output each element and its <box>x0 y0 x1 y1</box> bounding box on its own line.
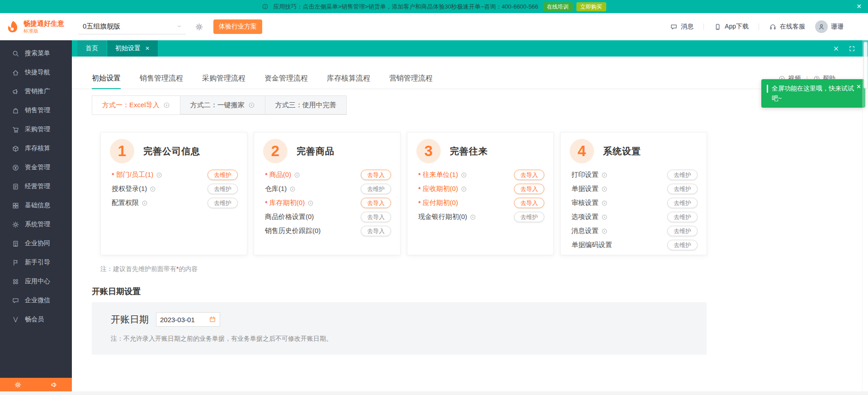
sidebar-item-basic-info[interactable]: 基础信息 <box>0 196 72 215</box>
method-tab-one-key-move[interactable]: 方式二：一键搬家 <box>180 95 265 114</box>
sidebar-item-label: 畅会员 <box>25 315 44 324</box>
play-video-icon[interactable] <box>150 186 156 192</box>
sidebar-item-operations[interactable]: 经营管理 <box>0 177 72 196</box>
chevron-down-icon <box>176 24 182 29</box>
card-action-button[interactable]: 去维护 <box>667 226 698 236</box>
divider <box>759 24 759 30</box>
tab-close-icon[interactable]: ✕ <box>145 45 150 52</box>
card-item-label: 商品价格设置(0) <box>265 213 314 221</box>
play-video-icon[interactable] <box>601 186 608 192</box>
play-video-icon[interactable] <box>156 172 162 178</box>
sidebar-item-wecom[interactable]: 企业微信 <box>0 291 72 310</box>
method-tab-complete-in-use[interactable]: 方式三：使用中完善 <box>265 95 347 114</box>
sidebar-settings-gear-icon[interactable] <box>14 381 22 389</box>
close-all-tabs-icon[interactable] <box>833 45 840 52</box>
card-action-button[interactable]: 去维护 <box>667 212 698 222</box>
card-action-button[interactable]: 去维护 <box>667 184 698 194</box>
tab-sales-flow[interactable]: 销售管理流程 <box>140 68 183 89</box>
online-training-badge[interactable]: 在线培训 <box>543 2 573 11</box>
window-tab-home[interactable]: 首页 <box>77 40 106 57</box>
opening-date-input[interactable]: 2023-03-01 <box>156 312 220 327</box>
content-tabs-row: 初始设置销售管理流程采购管理流程资金管理流程库存核算流程营销管理流程 视频|帮助 <box>72 68 868 89</box>
play-video-icon[interactable] <box>294 172 300 178</box>
card-item-label: 选项设置 <box>571 213 599 221</box>
play-video-icon[interactable] <box>601 172 608 178</box>
card-action-button[interactable]: 去维护 <box>667 240 698 250</box>
calendar-icon[interactable] <box>209 316 216 323</box>
card-action-button[interactable]: 去维护 <box>208 170 238 180</box>
vertical-scrollbar[interactable] <box>862 40 868 391</box>
try-industry-solution-button[interactable]: 体验行业方案 <box>213 19 262 34</box>
box-icon <box>12 145 19 152</box>
play-video-icon[interactable] <box>461 186 467 192</box>
user-button[interactable]: 珊珊 <box>815 20 844 33</box>
announcement-speaker-icon[interactable] <box>50 381 58 389</box>
messages-button[interactable]: 消息 <box>670 23 693 31</box>
play-video-icon[interactable] <box>601 214 608 220</box>
card-action-button[interactable]: 去导入 <box>361 198 391 208</box>
play-video-icon[interactable] <box>163 102 170 109</box>
card-action-button[interactable]: 去导入 <box>514 184 544 194</box>
sidebar-item-sales[interactable]: 销售管理 <box>0 101 72 120</box>
play-video-icon[interactable] <box>142 200 148 206</box>
card-item: * 授权登录(1) 去维护 <box>110 182 238 196</box>
sidebar-item-collaboration[interactable]: 企业协同 <box>0 234 72 253</box>
play-video-icon[interactable] <box>470 214 476 220</box>
setup-card-1: 1 完善公司信息 * 部门/员工(1) 去维护 * 授权登录(1) 去维护 * … <box>100 132 247 255</box>
card-item-label: 仓库(1) <box>265 185 287 193</box>
online-service-button[interactable]: 在线客服 <box>769 23 805 31</box>
sidebar-item-purchase[interactable]: 采购管理 <box>0 120 72 139</box>
divider <box>703 24 704 30</box>
method-tab-excel-import[interactable]: 方式一：Excel导入 <box>92 95 180 114</box>
play-video-icon[interactable] <box>461 172 467 178</box>
sidebar-item-search-menu[interactable]: 搜索菜单 <box>0 44 72 63</box>
sidebar-item-funds[interactable]: 资金管理 <box>0 158 72 177</box>
notice-close-icon[interactable]: ✕ <box>856 0 862 13</box>
play-video-icon[interactable] <box>601 200 608 206</box>
app-download-button[interactable]: App下载 <box>714 23 749 31</box>
sidebar-item-label: 新手引导 <box>25 258 50 267</box>
fullscreen-icon[interactable] <box>849 45 855 52</box>
card-action-button[interactable]: 去维护 <box>208 198 238 208</box>
window-tab-initial-setup[interactable]: 初始设置✕ <box>107 40 158 57</box>
opening-date-section-title: 开账日期设置 <box>92 286 868 297</box>
sidebar-item-quick-nav[interactable]: 快捷导航 <box>0 63 72 82</box>
sidebar-item-system[interactable]: 系统管理 <box>0 215 72 234</box>
scrollbar-thumb[interactable] <box>863 42 868 89</box>
card-action-button[interactable]: 去导入 <box>514 170 544 180</box>
sidebar-item-member[interactable]: 畅会员 <box>0 310 72 329</box>
tooltip-bar <box>767 85 768 93</box>
vip-icon <box>12 316 19 324</box>
buy-now-badge[interactable]: 立即购买 <box>576 2 606 11</box>
sidebar-item-app-center[interactable]: 应用中心 <box>0 272 72 291</box>
sidebar-item-beginner-guide[interactable]: 新手引导 <box>0 253 72 272</box>
sidebar-item-marketing[interactable]: 营销推广 <box>0 82 72 101</box>
tab-initial-setup[interactable]: 初始设置 <box>92 68 121 89</box>
card-action-button[interactable]: 去维护 <box>514 212 544 222</box>
card-item: * 打印设置 去维护 <box>570 168 698 182</box>
settings-gear-icon[interactable] <box>195 23 203 31</box>
tab-marketing-flow[interactable]: 营销管理流程 <box>389 68 433 89</box>
tab-purchase-flow[interactable]: 采购管理流程 <box>202 68 245 89</box>
play-video-icon[interactable] <box>289 186 296 192</box>
card-action-button[interactable]: 去维护 <box>361 184 391 194</box>
sidebar-item-inventory[interactable]: 库存核算 <box>0 139 72 158</box>
card-action-button[interactable]: 去导入 <box>361 226 391 236</box>
sidebar-item-label: 企业微信 <box>25 296 50 305</box>
method-tabs: 方式一：Excel导入方式二：一键搬家方式三：使用中完善 <box>92 95 347 115</box>
card-action-button[interactable]: 去维护 <box>667 170 698 180</box>
org-selector[interactable]: 0五组旗舰版 <box>78 19 186 34</box>
card-action-button[interactable]: 去导入 <box>514 198 544 208</box>
tab-funds-flow[interactable]: 资金管理流程 <box>264 68 308 89</box>
opening-date-panel: 开账日期 2023-03-01 注：不允许录入开账日期之前的业务单据，有业务单据… <box>92 302 707 355</box>
card-action-button[interactable]: 去导入 <box>361 212 391 222</box>
card-action-button[interactable]: 去维护 <box>667 198 698 208</box>
sidebar-item-label: 企业协同 <box>25 239 50 247</box>
play-video-icon[interactable] <box>601 228 608 234</box>
play-video-icon[interactable] <box>307 200 314 206</box>
tab-inventory-flow[interactable]: 库存核算流程 <box>327 68 370 89</box>
card-action-button[interactable]: 去维护 <box>208 184 238 194</box>
play-video-icon[interactable] <box>248 102 255 109</box>
card-action-button[interactable]: 去导入 <box>361 170 391 180</box>
tooltip-close-icon[interactable]: ✕ <box>856 82 861 91</box>
